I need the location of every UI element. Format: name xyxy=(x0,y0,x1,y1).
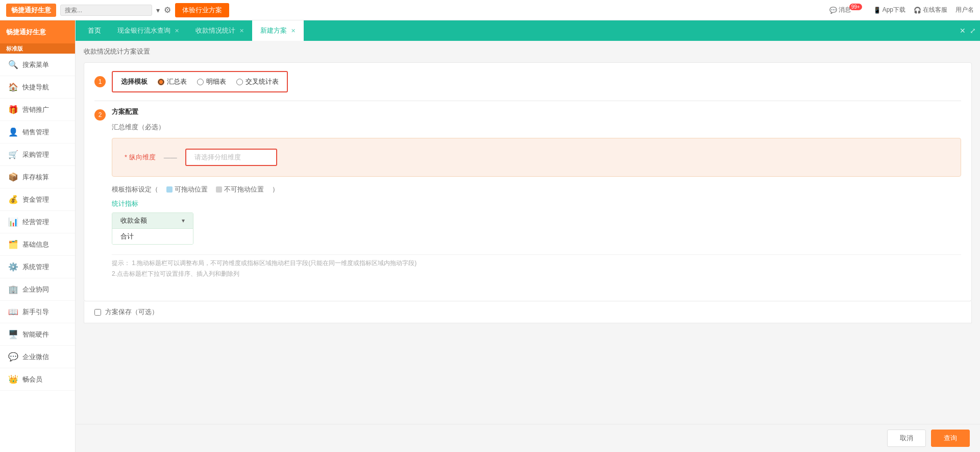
sidebar-item-sales[interactable]: 👤 销售管理 xyxy=(0,121,75,144)
metrics-header: 模板指标设定（ 可拖动位置 不可拖动位置 xyxy=(112,185,961,194)
drag-movable-label: 可拖动位置 xyxy=(175,185,208,194)
sidebar-item-guide[interactable]: 📖 新手引导 xyxy=(0,301,75,323)
file-icon: 🗂️ xyxy=(8,240,18,249)
step2-circle: 2 xyxy=(94,109,106,121)
radio-detail[interactable]: 明细表 xyxy=(197,77,226,86)
radio-detail-label: 明细表 xyxy=(206,77,226,86)
dimension-row: * 纵向维度 —— 请选择分组维度 xyxy=(125,149,948,166)
page-content: 收款情况统计方案设置 1 选择模板 汇总表 xyxy=(76,41,980,424)
sidebar-item-inventory[interactable]: 📦 库存核算 xyxy=(0,166,75,188)
radio-detail-input[interactable] xyxy=(197,79,204,85)
sidebar-item-label: 搜索菜单 xyxy=(22,60,49,69)
config-section: 汇总维度（必选） * 纵向维度 —— 请选择分组维度 xyxy=(112,123,961,284)
chart-icon: 📊 xyxy=(8,217,18,227)
tab-new[interactable]: 新建方案 ✕ xyxy=(252,20,304,41)
drag-fixed-label: 不可拖动位置 xyxy=(224,185,264,194)
tab-bank-close[interactable]: ✕ xyxy=(175,28,179,34)
tab-receipt-close[interactable]: ✕ xyxy=(239,28,244,34)
download-label: App下载 xyxy=(883,6,905,14)
main-layout: 畅捷通好生意 标准版 🔍 搜索菜单 🏠 快捷导航 🎁 营销推广 👤 销售管理 xyxy=(0,20,980,452)
service-area[interactable]: 🎧 在线客服 xyxy=(914,6,947,14)
sidebar-item-label: 基础信息 xyxy=(22,240,49,249)
step2-label: 方案配置 xyxy=(112,107,961,116)
sidebar-item-finance[interactable]: 💰 资金管理 xyxy=(0,188,75,211)
book-icon: 📖 xyxy=(8,307,18,317)
radio-cross-label: 交叉统计表 xyxy=(246,77,279,86)
sidebar-item-wechat[interactable]: 💬 企业微信 xyxy=(0,346,75,368)
sidebar-item-label: 资金管理 xyxy=(22,195,49,204)
dimension-section-title: 汇总维度（必选） xyxy=(112,123,961,132)
sidebar-item-operations[interactable]: 📊 经营管理 xyxy=(0,211,75,233)
radio-summary-input[interactable] xyxy=(158,79,164,85)
sidebar-item-label: 经营管理 xyxy=(22,218,49,227)
sidebar-item-member[interactable]: 👑 畅会员 xyxy=(0,368,75,391)
sidebar-item-nav[interactable]: 🏠 快捷导航 xyxy=(0,76,75,99)
sidebar-item-search[interactable]: 🔍 搜索菜单 xyxy=(0,54,75,76)
user-name[interactable]: 用户名 xyxy=(955,6,974,14)
sidebar-item-hardware[interactable]: 🖥️ 智能硬件 xyxy=(0,323,75,346)
sidebar-logo-sub-text: 标准版 xyxy=(6,45,23,53)
sidebar-item-label: 营销推广 xyxy=(22,105,49,114)
radio-cross[interactable]: 交叉统计表 xyxy=(236,77,279,86)
sidebar-item-purchase[interactable]: 🛒 采购管理 xyxy=(0,144,75,166)
sidebar-item-label: 系统管理 xyxy=(22,263,49,272)
column-header-label: 收款金额 xyxy=(120,216,147,225)
cancel-button[interactable]: 取消 xyxy=(887,430,926,447)
metrics-section: 模板指标设定（ 可拖动位置 不可拖动位置 xyxy=(112,185,961,246)
step1-row: 1 选择模板 汇总表 明细表 xyxy=(94,71,961,92)
notification-area[interactable]: 💬 消息 99+ xyxy=(829,6,865,14)
dimension-select[interactable]: 请选择分组维度 xyxy=(185,149,277,166)
cart-icon: 🛒 xyxy=(8,150,18,159)
sidebar-item-label: 智能硬件 xyxy=(22,330,49,339)
sidebar-item-system[interactable]: ⚙️ 系统管理 xyxy=(0,256,75,278)
top-header: 畅捷通好生意 ▾ ⚙ 体验行业方案 💬 消息 99+ 📱 App下载 🎧 在线客… xyxy=(0,0,980,20)
tip-line-2: 2.点击标题栏下拉可设置排序、插入列和删除列 xyxy=(112,270,961,278)
metrics-table: 收款金额 ▾ 合计 xyxy=(112,212,193,245)
save-checkbox[interactable] xyxy=(94,309,101,316)
sidebar-logo-sub: 标准版 xyxy=(0,43,75,54)
sidebar-item-label: 企业微信 xyxy=(22,352,49,362)
step1-circle: 1 xyxy=(94,76,106,87)
tab-receipt-label: 收款情况统计 xyxy=(195,26,235,35)
column-dropdown-icon[interactable]: ▾ xyxy=(182,217,185,224)
service-icon: 🎧 xyxy=(914,7,921,14)
download-area[interactable]: 📱 App下载 xyxy=(873,6,905,14)
template-section: 选择模板 汇总表 明细表 xyxy=(112,71,288,92)
header-dropdown-btn[interactable]: ▾ xyxy=(156,6,160,14)
gear-icon[interactable]: ⚙ xyxy=(164,5,171,15)
sidebar-item-label: 销售管理 xyxy=(22,128,49,137)
header-search-input[interactable] xyxy=(60,5,152,16)
sidebar-item-label: 新手引导 xyxy=(22,307,49,317)
header-right: 💬 消息 99+ 📱 App下载 🎧 在线客服 用户名 xyxy=(829,6,974,14)
radio-summary-label: 汇总表 xyxy=(167,77,187,86)
trial-button[interactable]: 体验行业方案 xyxy=(175,3,229,17)
sidebar-item-label: 采购管理 xyxy=(22,150,49,159)
sidebar-item-marketing[interactable]: 🎁 营销推广 xyxy=(0,99,75,121)
logo-text: 畅捷通好生意 xyxy=(11,6,51,15)
tab-new-close[interactable]: ✕ xyxy=(291,28,296,34)
monitor-icon: 🖥️ xyxy=(8,329,18,339)
home-icon: 🏠 xyxy=(8,82,18,92)
sidebar-item-enterprise[interactable]: 🏢 企业协同 xyxy=(0,278,75,301)
window-expand-btn[interactable]: ⤢ xyxy=(970,27,976,35)
tab-home[interactable]: 首页 xyxy=(80,20,109,41)
tab-receipt[interactable]: 收款情况统计 ✕ xyxy=(187,20,252,41)
crown-icon: 👑 xyxy=(8,374,18,384)
save-label: 方案保存（可选） xyxy=(105,307,158,317)
tip-line-1: 提示： 1.拖动标题栏可以调整布局，不可跨维度或指标区域拖动栏目字段(只能在同一… xyxy=(112,259,961,268)
metrics-row-total: 合计 xyxy=(112,229,193,244)
radio-cross-input[interactable] xyxy=(236,79,243,85)
query-button[interactable]: 查询 xyxy=(931,430,970,447)
tab-new-label: 新建方案 xyxy=(260,26,287,35)
box-icon: 📦 xyxy=(8,172,18,182)
radio-summary[interactable]: 汇总表 xyxy=(158,77,187,86)
step2-content: 方案配置 汇总维度（必选） * 纵向维度 —— 请选择分组维度 xyxy=(112,107,961,284)
sidebar-item-basic[interactable]: 🗂️ 基础信息 xyxy=(0,233,75,256)
stats-label: 统计指标 xyxy=(112,199,961,208)
download-icon: 📱 xyxy=(873,7,881,14)
search-icon: 🔍 xyxy=(8,60,18,69)
sidebar-item-label: 企业协同 xyxy=(22,285,49,294)
window-close-btn[interactable]: ✕ xyxy=(960,27,966,35)
tab-bank[interactable]: 现金银行流水查询 ✕ xyxy=(109,20,187,41)
gift-icon: 🎁 xyxy=(8,105,18,114)
